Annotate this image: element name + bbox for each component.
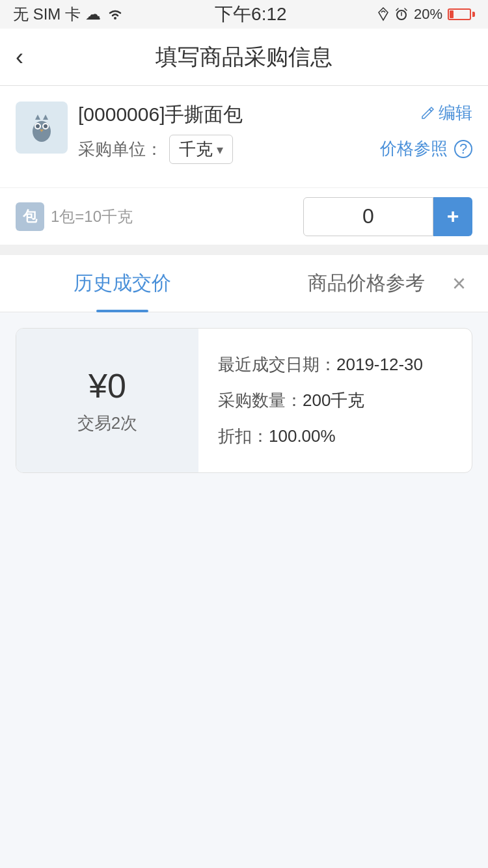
price-trade-count: 交易2次 [77,412,137,435]
product-actions: 编辑 价格参照 ? [380,102,472,160]
svg-line-2 [396,8,398,10]
product-left: [0000006]手撕面包 采购单位： 千克 ▾ [16,102,243,164]
product-header: [0000006]手撕面包 采购单位： 千克 ▾ 编辑 [16,102,472,164]
price-card-left: ¥0 交易2次 [16,329,198,472]
product-info: [0000006]手撕面包 采购单位： 千克 ▾ [78,102,243,164]
page-title: 填写商品采购信息 [156,42,332,72]
date-value: 2019-12-30 [336,355,423,374]
quantity-input-row: + [303,197,472,236]
status-left: 无 SIM 卡 ☁ [13,4,124,25]
qty-label: 采购数量： [218,390,303,410]
status-bar: 无 SIM 卡 ☁ 下午6:12 20% [0,0,488,29]
product-name: [0000006]手撕面包 [78,102,243,128]
tabs-header: 历史成交价 商品价格参考 × [0,255,488,312]
product-thumbnail [16,102,68,154]
price-ref-label: 价格参照 [380,137,448,160]
edit-button[interactable]: 编辑 [420,102,472,124]
back-button[interactable]: ‹ [16,44,23,71]
nav-bar: ‹ 填写商品采购信息 [0,29,488,86]
product-section: [0000006]手撕面包 采购单位： 千克 ▾ 编辑 [0,86,488,187]
location-icon [377,7,389,21]
battery-icon [448,8,475,20]
price-card-right: 最近成交日期：2019-12-30 采购数量：200千克 折扣：100.00% [198,329,472,472]
price-value: ¥0 [88,366,126,405]
tab-history-price[interactable]: 历史成交价 [0,255,244,312]
brand-logo-icon [23,109,60,146]
alarm-icon [394,7,409,21]
status-right: 20% [377,6,475,23]
price-card: ¥0 交易2次 最近成交日期：2019-12-30 采购数量：200千克 折扣：… [16,328,472,473]
wifi-icon [106,8,124,21]
tab-content: ¥0 交易2次 最近成交日期：2019-12-30 采购数量：200千克 折扣：… [0,312,488,489]
price-detail-discount: 折扣：100.00% [218,424,452,449]
svg-marker-6 [43,115,48,120]
unit-badge: 包 [16,202,44,231]
status-time: 下午6:12 [215,2,287,27]
unit-value: 千克 [179,138,213,161]
tab-history-label: 历史成交价 [74,270,171,297]
price-ref-help-icon: ? [454,140,472,158]
discount-value: 100.00% [269,426,336,446]
unit-label: 采购单位： [78,138,163,161]
product-unit-row: 采购单位： 千克 ▾ [78,135,243,164]
svg-marker-5 [35,115,40,120]
svg-point-9 [36,124,40,128]
price-detail-qty: 采购数量：200千克 [218,388,452,413]
unit-conversion: 1包=10千克 [51,206,133,227]
svg-point-10 [44,124,47,128]
edit-label: 编辑 [439,102,472,124]
quantity-section: 包 1包=10千克 + [0,187,488,245]
price-detail-date: 最近成交日期：2019-12-30 [218,352,452,377]
discount-label: 折扣： [218,426,269,446]
edit-icon [420,106,435,120]
price-ref-button[interactable]: 价格参照 ? [380,137,472,160]
unit-dropdown[interactable]: 千克 ▾ [169,135,233,164]
quantity-label: 包 1包=10千克 [16,202,133,231]
tabs-close-button[interactable]: × [446,264,472,304]
sim-signal: 无 SIM 卡 ☁ [13,4,101,25]
section-divider [0,245,488,255]
tab-price-ref-label: 商品价格参考 [308,270,425,297]
bottom-area [0,489,488,868]
plus-icon: + [447,204,459,228]
svg-line-3 [405,8,407,10]
quantity-plus-button[interactable]: + [433,197,472,236]
chevron-down-icon: ▾ [217,142,223,157]
quantity-input[interactable] [303,197,433,236]
date-label: 最近成交日期： [218,355,336,374]
tab-active-underline [96,310,148,312]
battery-percent: 20% [414,6,442,23]
qty-value: 200千克 [303,390,364,410]
tabs-section: 历史成交价 商品价格参考 × ¥0 交易2次 最近成交日期：2019-12-30… [0,255,488,489]
